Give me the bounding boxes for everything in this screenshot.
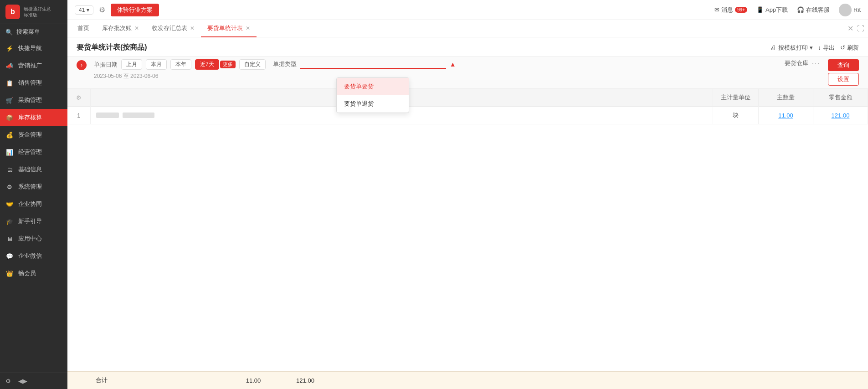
- app-download-icon: 📱: [756, 6, 764, 13]
- type-filter-input[interactable]: [300, 59, 446, 69]
- page-header-actions: 🖨 按模板打印 ▾ ↓ 导出 ↺ 刷新: [770, 44, 859, 52]
- headset-icon: 🎧: [797, 6, 804, 13]
- sidebar-item-quick-nav[interactable]: ⚡ 快捷导航: [0, 40, 67, 57]
- message-item[interactable]: ✉ 消息 99+: [714, 6, 747, 14]
- table-header-row: ⚙ 商品 主计量单位 主数量 零售金额: [67, 89, 868, 107]
- filter-last7days-group: 近7天 更多: [195, 59, 236, 70]
- sidebar-search[interactable]: 🔍 搜索菜单: [0, 24, 67, 40]
- type-filter-chevron-up[interactable]: ▲: [450, 61, 456, 68]
- dropdown-item-order-goods[interactable]: 要货单要货: [337, 78, 409, 95]
- sidebar-item-system[interactable]: ⚙ 系统管理: [0, 178, 67, 195]
- sidebar-item-operation[interactable]: 📊 经营管理: [0, 143, 67, 161]
- sidebar-item-member[interactable]: 👑 畅会员: [0, 265, 67, 282]
- sidebar-item-sales[interactable]: 📋 销售管理: [0, 74, 67, 92]
- col-header-settings: ⚙: [67, 89, 90, 107]
- tab-batch-account[interactable]: 库存批次账 ✕: [96, 20, 145, 37]
- sidebar-item-app-center[interactable]: 🖥 应用中心: [0, 230, 67, 247]
- refresh-btn[interactable]: ↺ 刷新: [840, 44, 859, 52]
- sidebar-item-inventory[interactable]: 📦 库存核算: [0, 109, 67, 126]
- dropdown-item-order-return[interactable]: 要货单退货: [337, 95, 409, 113]
- member-icon: 👑: [5, 269, 14, 277]
- sidebar-item-enterprise[interactable]: 🤝 企业协同: [0, 195, 67, 213]
- filter-date-row: 单据日期 上月 本月 本年 近7天 更多 自定义: [94, 59, 266, 70]
- enterprise-icon: 🤝: [5, 200, 14, 208]
- top-bar: 41 ▾ ⚙ 体验行业方案 ✉ 消息 99+ 📱 App下载 🎧 在线客服 R: [67, 0, 868, 20]
- weixin-icon: 💬: [5, 252, 14, 260]
- warehouse-filter-dots[interactable]: ···: [812, 59, 821, 67]
- filter-last-month[interactable]: 上月: [121, 59, 142, 70]
- footer-label: 合计: [96, 376, 178, 384]
- footer-qty: 11.00: [223, 377, 278, 384]
- table-footer: 合计 11.00 121.00: [67, 371, 868, 389]
- export-btn[interactable]: ↓ 导出: [818, 44, 835, 52]
- sidebar-item-finance[interactable]: 💰 资金管理: [0, 126, 67, 143]
- tab-close-order-stats[interactable]: ✕: [246, 25, 250, 31]
- date-filter-label: 单据日期: [94, 61, 118, 69]
- table-row: 1 块 11.00 121.00: [67, 107, 868, 124]
- tab-bar: 首页 库存批次账 ✕ 收发存汇总表 ✕ 要货单统计表 ✕ ✕ ⛶: [67, 20, 868, 37]
- filter-this-month[interactable]: 本月: [146, 59, 167, 70]
- filter-type-section: 单据类型 ▲ 要货单要货 要货单退货: [273, 59, 777, 69]
- tab-shipment-summary[interactable]: 收发存汇总表 ✕: [145, 20, 201, 37]
- tab-expand-icon[interactable]: ⛶: [857, 25, 864, 33]
- filter-custom[interactable]: 自定义: [239, 59, 266, 70]
- sales-icon: 📋: [5, 79, 14, 87]
- sidebar-item-weixin[interactable]: 💬 企业微信: [0, 247, 67, 265]
- filter-expand-button[interactable]: ›: [77, 60, 87, 70]
- online-service-item[interactable]: 🎧 在线客服: [797, 6, 830, 14]
- message-icon: ✉: [714, 6, 719, 13]
- quick-nav-icon: ⚡: [5, 44, 14, 52]
- tab-close-shipment[interactable]: ✕: [190, 25, 195, 31]
- sidebar-settings-icon[interactable]: ⚙: [5, 378, 11, 384]
- sidebar-item-guide[interactable]: 🎓 新手引导: [0, 213, 67, 230]
- filter-bar: › 单据日期 上月 本月 本年 近7天 更多 自定义 2023-05-06 至 …: [67, 56, 868, 89]
- query-button[interactable]: 查询: [828, 59, 859, 71]
- top-bar-left: 41 ▾ ⚙ 体验行业方案: [75, 4, 159, 16]
- warehouse-filter-label: 要货仓库: [785, 59, 808, 67]
- page-content: 要货单统计表(按商品) 🖨 按模板打印 ▾ ↓ 导出 ↺ 刷新 ›: [67, 37, 868, 389]
- base-info-icon: 🗂: [5, 165, 14, 174]
- search-icon: 🔍: [5, 29, 13, 36]
- guide-icon: 🎓: [5, 217, 14, 225]
- main-area: 41 ▾ ⚙ 体验行业方案 ✉ 消息 99+ 📱 App下载 🎧 在线客服 R: [67, 0, 868, 389]
- logo-icon: b: [5, 5, 20, 19]
- tab-close-batch-account[interactable]: ✕: [134, 25, 139, 31]
- operation-icon: 📊: [5, 148, 14, 156]
- sidebar-item-base-info[interactable]: 🗂 基础信息: [0, 161, 67, 178]
- type-dropdown: 要货单要货 要货单退货: [336, 77, 409, 113]
- filter-date-range: 2023-05-06 至 2023-06-06: [94, 72, 266, 80]
- page-header: 要货单统计表(按商品) 🖨 按模板打印 ▾ ↓ 导出 ↺ 刷新: [67, 37, 868, 56]
- sidebar-collapse-icon[interactable]: ◀▶: [18, 378, 27, 384]
- table-area: ⚙ 商品 主计量单位 主数量 零售金额 1: [67, 89, 868, 371]
- sidebar-bottom: ⚙ ◀▶: [0, 373, 67, 389]
- sidebar-item-marketing[interactable]: 📣 营销推广: [0, 57, 67, 74]
- sidebar-logo: b 畅捷通好生意 标准版: [0, 0, 67, 24]
- inventory-icon: 📦: [5, 113, 14, 122]
- table-settings-icon[interactable]: ⚙: [73, 94, 85, 101]
- trial-button[interactable]: 体验行业方案: [111, 4, 159, 16]
- tab-home[interactable]: 首页: [71, 20, 96, 37]
- app-download-item[interactable]: 📱 App下载: [756, 6, 788, 14]
- filter-last7days[interactable]: 近7天: [195, 59, 219, 70]
- filter-settings-button[interactable]: 设置: [828, 73, 859, 86]
- goods-placeholder: [96, 113, 708, 118]
- more-badge[interactable]: 更多: [220, 61, 236, 68]
- system-icon: ⚙: [5, 183, 14, 191]
- print-template-btn[interactable]: 🖨 按模板打印 ▾: [770, 44, 813, 52]
- tab-close-all-icon[interactable]: ✕: [847, 24, 853, 33]
- app-center-icon: 🖥: [5, 235, 14, 243]
- topbar-gear-icon[interactable]: ⚙: [99, 5, 105, 14]
- tab-bar-actions: ✕ ⛶: [847, 24, 864, 33]
- print-icon: 🖨: [770, 44, 776, 51]
- col-header-unit: 主计量单位: [713, 89, 759, 107]
- sidebar-nav: ⚡ 快捷导航 📣 营销推广 📋 销售管理 🛒 采购管理 📦 库存核算 💰 资金管…: [0, 40, 67, 373]
- filter-this-year[interactable]: 本年: [170, 59, 191, 70]
- tab-order-stats[interactable]: 要货单统计表 ✕: [201, 20, 257, 37]
- account-selector[interactable]: 41 ▾: [75, 5, 93, 15]
- user-avatar-item[interactable]: Rit: [839, 4, 861, 16]
- sidebar-item-purchase[interactable]: 🛒 采购管理: [0, 92, 67, 109]
- cell-unit: 块: [713, 107, 759, 124]
- filter-actions-right: 查询 设置: [828, 59, 859, 86]
- type-filter-label: 单据类型: [273, 60, 297, 68]
- filter-date-group: 单据日期 上月 本月 本年 近7天 更多 自定义 2023-05-06 至 20…: [94, 59, 266, 80]
